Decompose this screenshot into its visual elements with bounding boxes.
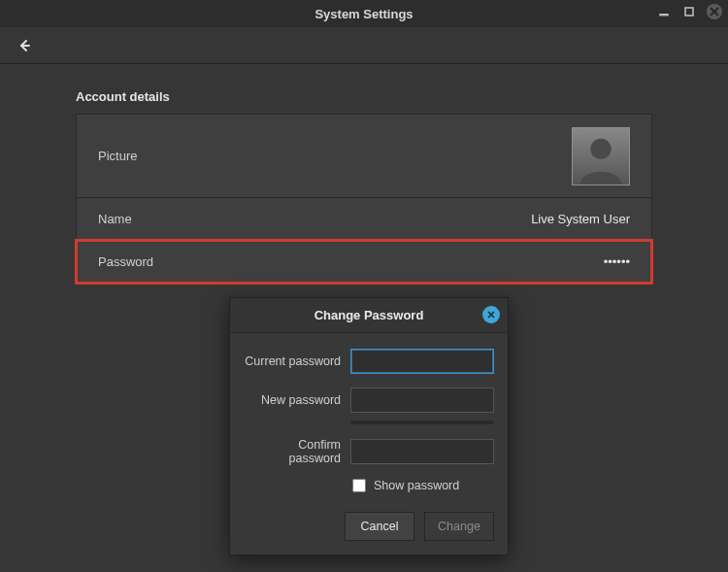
maximize-icon: [681, 4, 697, 19]
cancel-button[interactable]: Cancel: [345, 512, 414, 541]
confirm-password-input[interactable]: [350, 439, 494, 464]
dialog-body: Current password New password Confirm pa…: [230, 333, 508, 512]
current-password-row: Current password: [244, 349, 494, 374]
close-icon: [487, 311, 495, 319]
password-row[interactable]: Password ••••••: [77, 241, 651, 283]
picture-label: Picture: [98, 149, 137, 163]
password-value: ••••••: [604, 254, 630, 269]
new-password-row: New password: [244, 387, 494, 413]
account-details-panel: Picture Name Live System User Password •…: [76, 114, 652, 284]
dialog-actions: Cancel Change: [230, 512, 508, 555]
section-title: Account details: [76, 89, 652, 104]
change-password-dialog: Change Password Current password New pas…: [229, 297, 509, 555]
svg-rect-1: [685, 8, 693, 16]
headerbar: [0, 27, 728, 64]
back-button[interactable]: [10, 33, 39, 58]
show-password-label: Show password: [374, 479, 459, 492]
close-icon: [707, 4, 722, 19]
window-controls: [656, 4, 722, 19]
picture-row[interactable]: Picture: [77, 115, 651, 198]
confirm-password-row: Confirm password: [244, 438, 494, 465]
avatar-placeholder-icon: [573, 128, 629, 185]
titlebar: System Settings: [0, 0, 728, 27]
show-password-checkbox[interactable]: [352, 479, 366, 492]
current-password-label: Current password: [245, 354, 341, 368]
name-value: Live System User: [531, 212, 630, 226]
password-label: Password: [98, 254, 153, 269]
change-button[interactable]: Change: [424, 512, 494, 541]
password-strength-bar: [350, 421, 494, 424]
new-password-input[interactable]: [350, 387, 494, 413]
window-title: System Settings: [314, 7, 413, 21]
show-password-row: Show password: [352, 479, 494, 492]
avatar[interactable]: [572, 127, 630, 185]
confirm-password-label: Confirm password: [244, 438, 341, 465]
close-window-button[interactable]: [707, 4, 722, 19]
minimize-icon: [656, 4, 672, 19]
content-area: Account details Picture Name Live System…: [0, 64, 728, 284]
name-row[interactable]: Name Live System User: [77, 198, 651, 241]
arrow-left-icon: [17, 38, 32, 53]
minimize-button[interactable]: [656, 4, 672, 19]
current-password-input[interactable]: [350, 349, 494, 374]
svg-point-5: [590, 138, 611, 158]
dialog-close-button[interactable]: [482, 306, 500, 323]
dialog-title: Change Password: [314, 308, 424, 322]
dialog-header: Change Password: [230, 298, 508, 333]
name-label: Name: [98, 212, 132, 226]
new-password-label: New password: [261, 393, 341, 407]
maximize-button[interactable]: [681, 4, 697, 19]
